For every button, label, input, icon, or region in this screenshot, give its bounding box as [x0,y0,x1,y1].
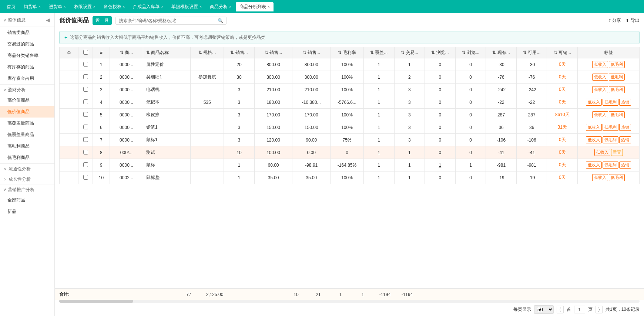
col-code[interactable]: ⇅ 商... [110,47,143,58]
cell-browse1[interactable]: 0 [425,58,456,71]
nav-template[interactable]: 单据模板设置× [168,2,205,11]
cell-sales-amt: 180.00 [254,96,292,109]
nav-analysis-list[interactable]: 商品分析列表× [236,2,274,11]
nav-analysis[interactable]: 商品分析× [206,2,235,11]
close-icon[interactable]: × [161,5,163,9]
share-button[interactable]: ⤴ 分享 [608,17,621,24]
per-page-select[interactable]: 50 100 200 [534,305,554,314]
col-spec[interactable]: ⇅ 规格... [191,47,224,58]
col-name[interactable]: ⇅ 商品名称 [143,47,190,58]
cell-tags: 低收入低毛利 [578,71,640,84]
row-checkbox[interactable] [83,87,88,92]
close-icon[interactable]: × [229,5,231,9]
col-avail[interactable]: ⇅ 可用... [516,47,547,58]
page-input[interactable] [574,306,585,313]
col-cur-stock[interactable]: ⇅ 现有... [486,47,517,58]
col-settings[interactable]: ⚙ [60,47,78,58]
first-page-btn[interactable]: ⟨ [557,306,564,313]
next-page-btn[interactable]: ⟩ [596,306,603,313]
col-sales-profit[interactable]: ⇅ 销售... [292,47,331,58]
sidebar-item-sales-products[interactable]: 销售类商品 [0,27,54,38]
sidebar-item-traded[interactable]: 交易过的商品 [0,38,54,50]
sidebar-item-new-products[interactable]: 新品 [0,206,54,217]
col-checkbox[interactable] [78,47,93,58]
nav-warehouse[interactable]: 产成品入库单× [129,2,167,11]
row-checkbox[interactable] [83,162,88,167]
sidebar-item-high-coverage[interactable]: 高覆盖量商品 [0,118,54,129]
select-all-checkbox[interactable] [83,50,88,55]
row-checkbox[interactable] [83,112,88,117]
row-checkbox[interactable] [83,137,88,142]
cell-checkbox[interactable] [78,146,93,159]
period-button[interactable]: 近一月 [93,16,112,25]
cell-gross-rate: 100% [331,109,364,121]
col-coverage[interactable]: ⇅ 覆盖... [363,47,394,58]
cell-browse1[interactable]: 0 [425,96,456,109]
nav-purchase[interactable]: 进货单× [45,2,70,11]
sidebar-collapse-btn[interactable]: ◀ [44,16,51,24]
sidebar-item-low-coverage[interactable]: 低覆盖量商品 [0,129,54,140]
cell-checkbox[interactable] [78,134,93,146]
close-icon[interactable]: × [199,5,202,9]
cell-spec [191,121,224,134]
row-checkbox[interactable] [83,175,88,180]
sidebar-item-all-products[interactable]: 全部商品 [0,194,54,206]
cell-browse1[interactable]: 0 [425,146,456,159]
cell-browse1[interactable]: 0 [425,84,456,96]
close-icon[interactable]: × [64,5,66,9]
sidebar-item-capital[interactable]: 库存资金占用 [0,73,54,84]
cell-checkbox[interactable] [78,109,93,121]
cell-checkbox[interactable] [78,121,93,134]
row-checkbox[interactable] [83,150,88,154]
cell-browse1[interactable]: 0 [425,71,456,84]
cell-sales-qty: 1 [224,171,255,184]
cell-checkbox[interactable] [78,71,93,84]
cell-gross-rate: 100% [331,121,364,134]
cell-checkbox[interactable] [78,58,93,71]
cell-checkbox[interactable] [78,84,93,96]
close-icon[interactable]: × [268,5,270,9]
row-checkbox[interactable] [83,99,88,104]
nav-home[interactable]: 首页 [3,2,19,11]
sidebar-item-low-value[interactable]: 低价值商品 [0,106,54,118]
col-sellable[interactable]: ⇅ 可销... [547,47,578,58]
sidebar-item-low-profit[interactable]: 低毛利商品 [0,152,54,163]
close-icon[interactable]: × [38,5,41,9]
col-sales-amt[interactable]: ⇅ 销售... [254,47,292,58]
export-button[interactable]: ⬆ 导出 [625,17,640,24]
cell-browse1[interactable]: 0 [425,134,456,146]
cell-browse1[interactable]: 1 [425,159,456,171]
search-input[interactable] [119,18,216,23]
row-checkbox[interactable] [83,74,88,79]
col-trade[interactable]: ⇅ 交易... [394,47,425,58]
col-browse2[interactable]: ⇅ 浏览... [455,47,486,58]
cell-checkbox[interactable] [78,159,93,171]
tag-badge: 低毛利 [603,124,618,131]
cell-browse1[interactable]: 0 [425,171,456,184]
table-row: 4 0000... 笔记本 535 3 180.00 -10,380... -5… [60,96,640,109]
sidebar-item-category-rate[interactable]: 商品分类销售率 [0,50,54,61]
cell-sales-qty: 3 [224,96,255,109]
nav-permission[interactable]: 权限设置× [70,2,99,11]
row-checkbox[interactable] [83,62,88,67]
sidebar-item-high-value[interactable]: 高价值商品 [0,95,54,106]
nav-role[interactable]: 角色授权× [100,2,129,11]
tag-badge: 低收入 [586,136,602,143]
cell-checkbox[interactable] [78,96,93,109]
col-sales-qty[interactable]: ⇅ 销售... [224,47,255,58]
close-icon[interactable]: × [123,5,125,9]
close-icon[interactable]: × [93,5,95,9]
sidebar-item-stock-products[interactable]: 有库存的商品 [0,61,54,73]
nav-sales[interactable]: 销货单× [20,2,44,11]
col-browse1[interactable]: ⇅ 浏览... [425,47,456,58]
sidebar-item-high-profit[interactable]: 高毛利商品 [0,140,54,152]
col-gross-rate[interactable]: ⇅ 毛利率 [331,47,364,58]
cell-browse1[interactable]: 0 [425,121,456,134]
search-icon[interactable]: 🔍 [218,18,223,23]
cell-browse1[interactable]: 0 [425,109,456,121]
row-checkbox[interactable] [83,125,88,129]
export-icon: ⬆ [625,18,629,23]
cell-sales-amt: 170.00 [254,109,292,121]
cell-checkbox[interactable] [78,171,93,184]
table-row: 5 0000... 橡皮擦 3 170.00 170.00 100% 1 3 0… [60,109,640,121]
